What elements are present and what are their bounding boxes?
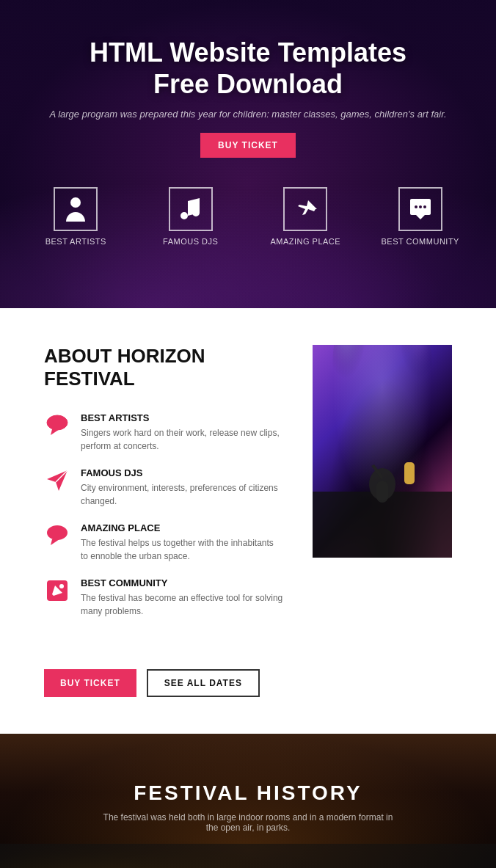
feature-icon-box-community [398, 187, 442, 231]
svg-rect-16 [0, 844, 496, 868]
feature-item-artists: BEST ARTISTS [29, 187, 123, 246]
feature-item-place: AMAZING PLACE [259, 187, 352, 246]
about-item-title-place: AMAZING PLACE [81, 522, 283, 533]
about-see-dates-button[interactable]: SEE ALL DATES [147, 669, 260, 697]
about-item-desc-djs: City environment, interests, preferences… [81, 481, 283, 508]
about-item-text-community: BEST COMMUNITY The festival has become a… [81, 577, 283, 618]
plane-icon [293, 199, 317, 219]
music-icon [180, 197, 201, 222]
about-item-desc-place: The festival helps us together with the … [81, 536, 283, 563]
feature-icon-box-djs [169, 187, 213, 231]
hero-title: HTML Website Templates Free Download [49, 37, 446, 100]
about-item-title-artists: BEST ARTISTS [81, 412, 283, 423]
about-item-text-place: AMAZING PLACE The festival helps us toge… [81, 522, 283, 563]
paper-plane-icon [45, 469, 69, 492]
feature-label-place: AMAZING PLACE [270, 237, 340, 246]
history-section: FESTIVAL HISTORY The festival was held b… [0, 734, 496, 868]
about-item-title-community: BEST COMMUNITY [81, 577, 283, 588]
about-right [313, 345, 452, 618]
feature-item-community: BEST COMMUNITY [374, 187, 467, 246]
about-item-djs: FAMOUS DJs City environment, interests, … [44, 467, 283, 508]
about-image [313, 345, 452, 558]
chat-bubble2-icon [45, 523, 70, 548]
svg-point-6 [47, 525, 68, 540]
feature-icon-box-place [283, 187, 327, 231]
svg-point-1 [415, 205, 417, 208]
svg-point-3 [423, 205, 426, 208]
hero-section: HTML Website Templates Free Download A l… [0, 0, 496, 308]
about-icon-djs [44, 467, 70, 494]
edit-icon [45, 578, 70, 603]
about-item-text-artists: BEST ARTISTS Singers work hard on their … [81, 412, 283, 453]
history-title: FESTIVAL HISTORY [101, 781, 395, 805]
about-section: ABOUT HORIZON FESTIVAL BEST ARTISTS Sing… [0, 308, 496, 654]
stage-lights [313, 345, 452, 558]
hero-content: HTML Website Templates Free Download A l… [49, 0, 446, 158]
feature-label-community: BEST COMMUNITY [382, 237, 459, 246]
features-row: BEST ARTISTS FAMOUS DJs AMAZING PLACE [0, 187, 496, 246]
svg-rect-13 [376, 481, 388, 503]
about-items: BEST ARTISTS Singers work hard on their … [44, 412, 283, 618]
history-content: FESTIVAL HISTORY The festival was held b… [101, 781, 395, 833]
about-item-place: AMAZING PLACE The festival helps us toge… [44, 522, 283, 563]
about-item-desc-artists: Singers work hard on their work, release… [81, 426, 283, 453]
about-title: ABOUT HORIZON FESTIVAL [44, 345, 283, 390]
about-item-community: BEST COMMUNITY The festival has become a… [44, 577, 283, 618]
about-icon-place [44, 522, 70, 549]
about-item-artists: BEST ARTISTS Singers work hard on their … [44, 412, 283, 453]
svg-point-10 [388, 345, 432, 426]
about-item-title-djs: FAMOUS DJs [81, 467, 283, 478]
feature-label-artists: BEST ARTISTS [45, 237, 106, 246]
svg-rect-14 [404, 462, 415, 484]
hero-buy-ticket-button[interactable]: BUY TICKET [200, 133, 296, 158]
about-buttons-row: BUY TICKET SEE ALL DATES [0, 654, 496, 734]
person-icon [65, 196, 87, 222]
feature-label-djs: FAMOUS DJs [163, 237, 218, 246]
hero-subtitle: A large program was prepared this year f… [49, 109, 446, 120]
about-icon-community [44, 577, 70, 604]
feature-item-djs: FAMOUS DJs [145, 187, 238, 246]
about-left: ABOUT HORIZON FESTIVAL BEST ARTISTS Sing… [44, 345, 283, 618]
feature-icon-box-artists [54, 187, 98, 231]
about-item-text-djs: FAMOUS DJs City environment, interests, … [81, 467, 283, 508]
svg-point-2 [419, 205, 422, 208]
chat-bubble-icon [45, 413, 70, 438]
svg-point-9 [332, 345, 376, 426]
svg-point-8 [59, 584, 64, 588]
about-icon-artists [44, 412, 70, 439]
history-desc: The festival was held both in large indo… [101, 812, 395, 833]
chat-icon [409, 197, 432, 221]
about-item-desc-community: The festival has become an effective too… [81, 591, 283, 618]
about-buy-ticket-button[interactable]: BUY TICKET [44, 669, 136, 697]
svg-point-0 [70, 197, 81, 208]
